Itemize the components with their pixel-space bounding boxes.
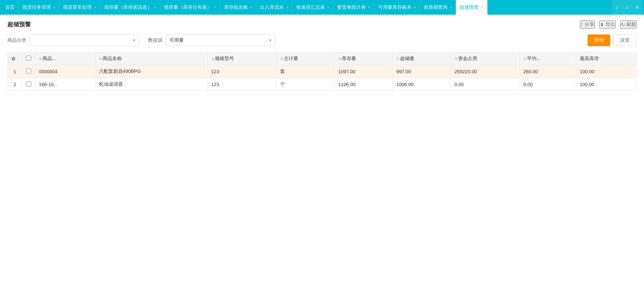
nav-arrow-close[interactable]: × [632, 0, 643, 15]
table-header: ⚙ ⇅商品... ⇅商品名称 ⇅规格型号 ⇅主计量 ⇅库存量 ⇅超储量 ⇅资金占… [8, 52, 637, 65]
table-row: 1 0000004 六配套新昌490BPG 123 套 1097.00 997.… [8, 65, 637, 78]
cell-product-code: 186-10... [35, 78, 95, 91]
nav-close-icon[interactable]: × [481, 5, 483, 10]
nav-close-icon[interactable]: × [450, 5, 452, 10]
refresh-button[interactable]: ↻ 刷新 [620, 21, 637, 29]
datasource-label: 数据源 [148, 37, 162, 44]
cell-product-code: 0000004 [35, 65, 95, 78]
nav-item-----------[interactable]: 现存量（库存状况表）× [100, 0, 160, 15]
page-title: 超储预警 [7, 21, 31, 29]
nav-item-------[interactable]: 要货单统计表× [333, 0, 374, 15]
cell-product-name: 六配套新昌490BPG [95, 65, 207, 78]
chevron-down-icon-2: ▾ [269, 38, 271, 43]
nav-close-icon[interactable]: × [250, 5, 252, 10]
page-header: 超储预警 ⤴ 分享 ⬇ 导出 ↻ 刷新 [7, 21, 637, 29]
nav-item-----------[interactable]: 现存量（库存分布表）× [160, 0, 220, 15]
select-all-checkbox[interactable] [26, 56, 31, 61]
row-checkbox-cell [22, 78, 35, 91]
nav-item---[interactable]: 首页 [1, 0, 19, 15]
row-number: 1 [8, 65, 22, 78]
row-number: 2 [8, 78, 22, 91]
column-unit[interactable]: ⇅主计量 [276, 52, 334, 65]
cell-max-stock: 100.00 [576, 78, 636, 91]
cell-unit: 个 [276, 78, 334, 91]
nav-close-icon[interactable]: × [368, 5, 370, 10]
nav-item--------[interactable]: 可用量库存账本× [374, 0, 420, 15]
column-capital[interactable]: ⇅资金占用 [451, 52, 520, 65]
cell-capital: 259220.00 [451, 65, 520, 78]
export-icon: ⬇ [600, 22, 604, 27]
column-product-name[interactable]: ⇅商品名称 [95, 52, 207, 65]
share-icon: ⤴ [581, 22, 583, 27]
nav-item------[interactable]: 保质期查询× [420, 0, 456, 15]
top-navigation: 首页拣货任务管理×拣货异常处理×现存量（库存状况表）×现存量（库存分布表）×库存… [0, 0, 644, 15]
cell-overstock: 1006.00 [392, 78, 450, 91]
cell-avg: 260.00 [520, 65, 576, 78]
category-select[interactable]: ▾ [29, 34, 139, 46]
query-button[interactable]: 查询 [588, 34, 610, 46]
datasource-select[interactable]: 可用量 ▾ [165, 34, 275, 46]
cell-product-name: 机油滤清器 [95, 78, 207, 91]
column-product-code[interactable]: ⇅商品... [35, 52, 95, 65]
chevron-down-icon: ▾ [133, 38, 135, 43]
column-max-stock[interactable]: 最高库存 [576, 52, 636, 65]
cell-unit: 套 [276, 65, 334, 78]
row-checkbox-cell [22, 65, 35, 78]
cell-stock: 1106.00 [334, 78, 392, 91]
column-overstock[interactable]: ⇅超储量 [392, 52, 450, 65]
nav-item-------[interactable]: 收发存汇总表× [293, 0, 333, 15]
settings-button[interactable]: 设置 [613, 34, 637, 46]
cell-capital: 0.00 [451, 78, 520, 91]
nav-item------[interactable]: 库存批次账× [220, 0, 256, 15]
nav-item-------[interactable]: 拣货异常处理× [59, 0, 100, 15]
table-body: 1 0000004 六配套新昌490BPG 123 套 1097.00 997.… [8, 65, 637, 91]
nav-arrow-right[interactable]: › [622, 0, 632, 15]
nav-close-icon[interactable]: × [214, 5, 216, 10]
share-button[interactable]: ⤴ 分享 [580, 21, 595, 29]
column-checkbox [22, 52, 35, 65]
table-row: 2 186-10... 机油滤清器 123 个 1106.00 1006.00 … [8, 78, 637, 91]
column-avg[interactable]: ⇅平均... [520, 52, 576, 65]
nav-close-icon[interactable]: × [286, 5, 288, 10]
refresh-icon: ↻ [621, 22, 625, 27]
nav-close-icon[interactable]: × [154, 5, 156, 10]
row-checkbox[interactable] [26, 68, 31, 74]
datasource-filter: 数据源 可用量 ▾ [148, 34, 275, 46]
nav-close-icon[interactable]: × [94, 5, 96, 10]
cell-spec: 123 [207, 65, 276, 78]
column-stock[interactable]: ⇅库存量 [334, 52, 392, 65]
category-label: 商品分类 [7, 37, 26, 44]
nav-close-icon[interactable]: × [53, 5, 55, 10]
export-button[interactable]: ⬇ 导出 [599, 21, 616, 29]
nav-close-icon[interactable]: × [414, 5, 416, 10]
nav-item------[interactable]: 出入库流水× [256, 0, 292, 15]
page-content: 超储预警 ⤴ 分享 ⬇ 导出 ↻ 刷新 商品分类 ▾ 数据源 [0, 15, 644, 293]
cell-spec: 123 [207, 78, 276, 91]
row-checkbox[interactable] [26, 81, 31, 86]
header-actions: ⤴ 分享 ⬇ 导出 ↻ 刷新 [580, 21, 637, 29]
filter-row: 商品分类 ▾ 数据源 可用量 ▾ 查询 设置 [7, 34, 637, 46]
nav-item-----[interactable]: 超储预警× [456, 0, 487, 15]
datasource-value: 可用量 [169, 37, 184, 44]
filter-actions: 查询 设置 [588, 34, 637, 46]
cell-stock: 1097.00 [334, 65, 392, 78]
cell-overstock: 997.00 [392, 65, 450, 78]
column-spec[interactable]: ⇅规格型号 [207, 52, 276, 65]
cell-avg: 0.00 [520, 78, 576, 91]
cell-max-stock: 100.00 [576, 65, 636, 78]
nav-close-icon[interactable]: × [327, 5, 329, 10]
column-gear[interactable]: ⚙ [8, 52, 22, 65]
data-table: ⚙ ⇅商品... ⇅商品名称 ⇅规格型号 ⇅主计量 ⇅库存量 ⇅超储量 ⇅资金占… [7, 52, 637, 91]
nav-item-------[interactable]: 拣货任务管理× [19, 0, 59, 15]
nav-arrows: ‹ › × [612, 0, 643, 15]
nav-arrow-left[interactable]: ‹ [612, 0, 622, 15]
category-filter: 商品分类 ▾ [7, 34, 139, 46]
